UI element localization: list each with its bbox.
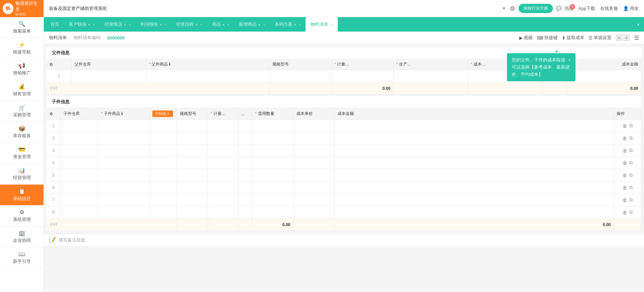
child-row-8-unit-cost[interactable] [293, 206, 334, 219]
sidebar-item-purchase[interactable]: 🛒 采购管理 [0, 101, 44, 122]
child-row-1-goods[interactable] [98, 120, 149, 132]
tooltip-close-btn[interactable]: × [568, 57, 571, 64]
sidebar-item-inventory[interactable]: 📦 库存核算 [0, 122, 44, 143]
child-row-4-copy-icon[interactable]: ⧉ [629, 160, 633, 166]
sidebar-item-finance[interactable]: 💳 资金管理 [0, 143, 44, 164]
tab-home[interactable]: 首页 [46, 17, 64, 32]
child-row-6-unit-cost[interactable] [293, 182, 334, 194]
tab-history-close[interactable]: × [200, 22, 202, 26]
child-row-8-delete-icon[interactable]: 🗑 [622, 210, 627, 215]
tab-profit-close[interactable]: × [164, 22, 166, 26]
single-settings-btn[interactable]: ☰ 单据设置 [589, 35, 611, 41]
sidebar-item-biz-mgmt[interactable]: 📊 经营管理 [0, 164, 44, 185]
child-row-8-unit[interactable] [208, 206, 238, 219]
parent-row-1-warehouse[interactable] [71, 70, 146, 82]
child-row-1-unit[interactable] [208, 120, 238, 132]
nav-next-btn[interactable]: › [623, 34, 630, 41]
layout-icon[interactable]: ☰ [634, 35, 639, 41]
child-row-7-copy-icon[interactable]: ⧉ [629, 197, 633, 203]
child-row-5-warehouse[interactable] [60, 169, 98, 182]
child-row-4-delete-icon[interactable]: 🗑 [622, 160, 627, 166]
child-row-4-warehouse[interactable] [60, 157, 98, 169]
tab-profit[interactable]: 利润报告 ∨ × [136, 17, 171, 32]
child-row-1-qty[interactable] [252, 120, 293, 132]
child-row-2-unit-cost[interactable] [293, 132, 334, 144]
child-row-4-unit[interactable] [208, 157, 238, 169]
parent-row-1-spec[interactable] [270, 70, 332, 82]
online-service-btn[interactable]: 在线客服 [600, 5, 618, 12]
tab-goods-close[interactable]: × [227, 22, 229, 26]
sidebar-item-basic-info[interactable]: 📋 基础信息 [0, 185, 44, 206]
parent-row-1-goods[interactable] [146, 70, 270, 82]
child-row-3-copy-icon[interactable]: ⧉ [629, 148, 633, 153]
child-row-1-spec[interactable] [177, 120, 208, 132]
child-row-6-goods[interactable] [98, 182, 149, 194]
extract-cost-btn[interactable]: ⬆ 提取成本 [562, 35, 584, 41]
child-row-8-warehouse[interactable] [60, 206, 98, 219]
parent-row-1-unit[interactable] [332, 70, 394, 82]
child-row-1-copy-icon[interactable]: ⧉ [629, 123, 633, 129]
child-row-5-spec[interactable] [177, 169, 208, 182]
user-menu[interactable]: 👤 用友 [623, 5, 639, 12]
child-row-7-qty[interactable] [252, 194, 293, 206]
child-row-2-qty[interactable] [252, 132, 293, 144]
tab-operation-close[interactable]: × [128, 22, 131, 26]
shortcut-btn[interactable]: ⌨ 快捷键 [537, 35, 558, 41]
child-row-8-copy-icon[interactable]: ⧉ [629, 209, 633, 215]
child-row-7-goods[interactable] [98, 194, 149, 206]
child-row-5-unit[interactable] [208, 169, 238, 182]
nav-prev-btn[interactable]: ‹ [616, 34, 622, 41]
tab-bom-close[interactable]: × [331, 22, 333, 26]
child-row-6-spec[interactable] [177, 182, 208, 194]
child-row-5-delete-icon[interactable]: 🗑 [622, 173, 627, 178]
parent-col-settings[interactable]: ⚙ [47, 59, 71, 70]
parent-row-1-production[interactable] [393, 70, 468, 82]
child-row-2-warehouse[interactable] [60, 132, 98, 144]
child-row-7-warehouse[interactable] [60, 194, 98, 206]
tab-new-goods[interactable]: 新增商品 ∨ × [234, 17, 270, 32]
child-row-3-warehouse[interactable] [60, 144, 98, 157]
child-row-1-warehouse[interactable] [60, 120, 98, 132]
child-row-2-spec[interactable] [177, 132, 208, 144]
child-row-1-unit-cost[interactable] [293, 120, 334, 132]
child-row-7-spec[interactable] [177, 194, 208, 206]
child-row-5-copy-icon[interactable]: ⧉ [629, 172, 633, 178]
sidebar-item-search[interactable]: 🔍 搜索菜单 [0, 17, 44, 38]
child-row-4-spec[interactable] [177, 157, 208, 169]
close-all-tabs[interactable]: × [634, 22, 642, 27]
child-row-6-unit[interactable] [208, 182, 238, 194]
child-row-7-unit[interactable] [208, 194, 238, 206]
tab-customer[interactable]: 客户联络 ∨ × [64, 17, 100, 32]
child-row-5-qty[interactable] [252, 169, 293, 182]
child-row-8-goods[interactable] [98, 206, 149, 219]
child-row-6-copy-icon[interactable]: ⧉ [629, 185, 633, 190]
child-row-3-unit-cost[interactable] [293, 144, 334, 157]
child-row-7-unit-cost[interactable] [293, 194, 334, 206]
child-row-6-qty[interactable] [252, 182, 293, 194]
video-btn[interactable]: ▶ 视频 [519, 35, 533, 41]
tab-operation[interactable]: 经营情况 ∨ × [100, 17, 135, 32]
app-download-btn[interactable]: App下载 [578, 5, 595, 12]
tab-new-goods-close[interactable]: × [263, 22, 265, 26]
child-row-8-spec[interactable] [177, 206, 208, 219]
tab-goods[interactable]: 商品 ∨ × [207, 17, 234, 32]
scan-btn[interactable]: 扫码录入 [152, 110, 173, 117]
child-row-3-spec[interactable] [177, 144, 208, 157]
settings-icon[interactable]: ⚙ [510, 5, 515, 12]
tab-barcode-close[interactable]: × [299, 22, 301, 26]
child-row-8-qty[interactable] [252, 206, 293, 219]
message-icon-wrap[interactable]: 💬 6 消息 [556, 5, 573, 12]
child-row-5-unit-cost[interactable] [293, 169, 334, 182]
trial-btn[interactable]: 体验行业方案 [519, 4, 553, 13]
sidebar-item-enterprise[interactable]: 🏢 企业协同 [0, 226, 44, 247]
child-row-6-warehouse[interactable] [60, 182, 98, 194]
tab-barcode[interactable]: 条码方案 ∨ × [270, 17, 306, 32]
child-row-1-delete-icon[interactable]: 🗑 [622, 123, 627, 129]
child-row-2-delete-icon[interactable]: 🗑 [622, 136, 627, 141]
sidebar-item-marketing[interactable]: 📢 营销推广 [0, 59, 44, 80]
child-row-3-delete-icon[interactable]: 🗑 [622, 148, 627, 153]
sidebar-item-guide[interactable]: 📖 新手引导 [0, 247, 44, 268]
child-row-2-copy-icon[interactable]: ⧉ [629, 135, 633, 141]
child-row-3-goods[interactable] [98, 144, 149, 157]
child-row-3-unit[interactable] [208, 144, 238, 157]
